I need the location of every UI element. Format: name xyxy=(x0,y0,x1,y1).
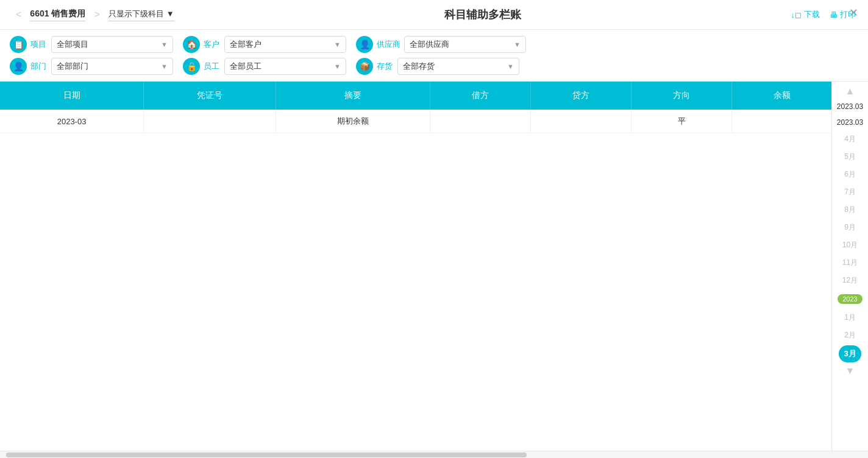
inventory-arrow: ▼ xyxy=(507,63,514,70)
timeline-item-nov[interactable]: 11月 xyxy=(832,254,868,272)
filter-employee: 🔒 员工 全部员工 ▼ xyxy=(183,58,346,75)
title-right: ↓◻ 下载 🖶 打印 xyxy=(791,9,856,20)
title-left: < 6601 销售费用 > 只显示下级科目 ▼ xyxy=(12,8,174,21)
download-button[interactable]: ↓◻ 下载 xyxy=(791,9,820,20)
timeline-item-dec[interactable]: 12月 xyxy=(832,272,868,289)
timeline-item-jul[interactable]: 7月 xyxy=(832,183,868,201)
filter-customer: 🏠 客户 全部客户 ▼ xyxy=(183,36,346,53)
timeline-item-sep[interactable]: 9月 xyxy=(832,219,868,236)
project-label: 项目 xyxy=(30,39,48,50)
dept-label: 部门 xyxy=(30,61,48,72)
timeline-item-2023-03-sub[interactable]: 2023.03 xyxy=(832,114,868,130)
filter-row-1: 📋 项目 全部项目 ▼ 🏠 客户 全部客户 ▼ 👤 供应商 全部供应 xyxy=(10,36,858,53)
timeline-item-jan[interactable]: 1月 xyxy=(832,309,868,326)
employee-label: 员工 xyxy=(204,61,221,72)
title-bar: < 6601 销售费用 > 只显示下级科目 ▼ 科目辅助多栏账 ↓◻ 下载 🖶 … xyxy=(0,0,868,30)
dept-arrow: ▼ xyxy=(161,63,168,70)
project-select[interactable]: 全部项目 ▼ xyxy=(51,36,173,53)
project-arrow: ▼ xyxy=(161,41,168,48)
employee-select[interactable]: 全部员工 ▼ xyxy=(224,58,346,75)
cell-summary: 期初余额 xyxy=(276,110,430,133)
timeline-item-2023-03-header[interactable]: 2023.03 xyxy=(832,99,868,114)
cell-direction: 平 xyxy=(631,110,732,133)
filter-supplier: 👤 供应商 全部供应商 ▼ xyxy=(356,36,526,53)
show-sub-arrow: ▼ xyxy=(166,9,174,18)
col-balance: 余额 xyxy=(732,82,831,110)
employee-icon: 🔒 xyxy=(183,58,200,75)
account-code: 6601 销售费用 xyxy=(30,9,85,21)
bottom-scrollbar[interactable] xyxy=(0,451,868,458)
dept-icon: 👤 xyxy=(10,58,27,75)
timeline-item-jun[interactable]: 6月 xyxy=(832,166,868,183)
col-direction: 方向 xyxy=(631,82,732,110)
main-content: 日期 凭证号 摘要 借方 贷方 方向 余额 2023-03 期初余额 xyxy=(0,82,868,451)
col-credit: 贷方 xyxy=(530,82,631,110)
dept-select[interactable]: 全部部门 ▼ xyxy=(51,58,173,75)
active-month-container: 3月 xyxy=(839,345,861,362)
table-row: 2023-03 期初余额 平 xyxy=(0,110,831,133)
page-title: 科目辅助多栏账 xyxy=(444,7,521,22)
col-voucher: 凭证号 xyxy=(144,82,276,110)
cell-balance xyxy=(732,110,831,133)
filter-row-2: 👤 部门 全部部门 ▼ 🔒 员工 全部员工 ▼ 📦 存货 全部存货 xyxy=(10,58,858,75)
customer-select[interactable]: 全部客户 ▼ xyxy=(224,36,346,53)
cell-date: 2023-03 xyxy=(0,110,144,133)
year-badge-2023: 2023 xyxy=(838,294,862,304)
cell-credit xyxy=(530,110,631,133)
supplier-value: 全部供应商 xyxy=(410,39,449,50)
timeline-sidebar: ▲ 2023.03 2023.03 4月 5月 6月 7月 8月 9月 10月 … xyxy=(831,82,868,451)
customer-icon: 🏠 xyxy=(183,36,200,53)
supplier-arrow: ▼ xyxy=(514,41,521,48)
inventory-label: 存货 xyxy=(377,61,394,72)
main-window: < 6601 销售费用 > 只显示下级科目 ▼ 科目辅助多栏账 ↓◻ 下载 🖶 … xyxy=(0,0,868,458)
customer-arrow: ▼ xyxy=(334,41,341,48)
inventory-icon: 📦 xyxy=(356,58,373,75)
download-icon: ↓◻ xyxy=(791,10,802,19)
download-label: 下载 xyxy=(804,9,820,20)
supplier-icon: 👤 xyxy=(356,36,373,53)
timeline-item-may[interactable]: 5月 xyxy=(832,148,868,166)
supplier-label: 供应商 xyxy=(377,39,400,50)
table-area: 日期 凭证号 摘要 借方 贷方 方向 余额 2023-03 期初余额 xyxy=(0,82,831,451)
filter-project: 📋 项目 全部项目 ▼ xyxy=(10,36,173,53)
show-sub-label: 只显示下级科目 xyxy=(108,9,164,19)
scrollbar-thumb[interactable] xyxy=(6,453,527,457)
data-table: 日期 凭证号 摘要 借方 贷方 方向 余额 2023-03 期初余额 xyxy=(0,82,831,133)
timeline-item-aug[interactable]: 8月 xyxy=(832,201,868,219)
timeline-item-mar-active[interactable]: 3月 xyxy=(839,345,861,362)
timeline-up-button[interactable]: ▲ xyxy=(843,84,858,99)
next-button[interactable]: > xyxy=(90,8,103,21)
filter-dept: 👤 部门 全部部门 ▼ xyxy=(10,58,173,75)
customer-value: 全部客户 xyxy=(230,39,261,50)
inventory-value: 全部存货 xyxy=(403,61,435,72)
year-badge-container: 2023 xyxy=(838,292,862,306)
project-value: 全部项目 xyxy=(57,39,88,50)
col-date: 日期 xyxy=(0,82,144,110)
col-debit: 借方 xyxy=(430,82,530,110)
cell-voucher xyxy=(144,110,276,133)
cell-debit xyxy=(430,110,530,133)
timeline-item-apr[interactable]: 4月 xyxy=(832,130,868,148)
filter-area: 📋 项目 全部项目 ▼ 🏠 客户 全部客户 ▼ 👤 供应商 全部供应 xyxy=(0,30,868,82)
show-sub-button[interactable]: 只显示下级科目 ▼ xyxy=(108,9,174,21)
timeline-item-feb[interactable]: 2月 xyxy=(832,326,868,344)
customer-label: 客户 xyxy=(204,39,221,50)
close-button[interactable]: ✕ xyxy=(849,6,858,19)
print-icon: 🖶 xyxy=(830,10,838,19)
prev-button[interactable]: < xyxy=(12,8,25,21)
timeline-item-oct[interactable]: 10月 xyxy=(832,236,868,254)
supplier-select[interactable]: 全部供应商 ▼ xyxy=(404,36,526,53)
dept-value: 全部部门 xyxy=(57,61,88,72)
inventory-select[interactable]: 全部存货 ▼ xyxy=(397,58,519,75)
col-summary: 摘要 xyxy=(276,82,430,110)
employee-arrow: ▼ xyxy=(334,63,341,70)
project-icon: 📋 xyxy=(10,36,27,53)
table-header-row: 日期 凭证号 摘要 借方 贷方 方向 余额 xyxy=(0,82,831,110)
filter-inventory: 📦 存货 全部存货 ▼ xyxy=(356,58,519,75)
employee-value: 全部员工 xyxy=(230,61,261,72)
timeline-down-button[interactable]: ▼ xyxy=(843,364,858,378)
